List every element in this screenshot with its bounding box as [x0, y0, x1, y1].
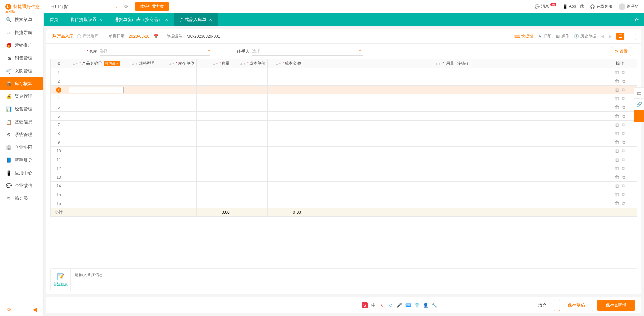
- sidebar-collapse-icon[interactable]: ◀: [33, 306, 37, 313]
- copy-row-icon[interactable]: ⧉: [622, 157, 625, 162]
- app-download-link[interactable]: 📱 App下载: [562, 4, 584, 9]
- close-icon[interactable]: ✕: [165, 18, 168, 22]
- handler-select[interactable]: 选择... ⋯: [252, 47, 363, 56]
- nav-next-icon[interactable]: ▶: [609, 34, 612, 39]
- ime-skin-icon[interactable]: 👕: [414, 302, 420, 308]
- delete-row-icon[interactable]: 🗑: [615, 79, 619, 84]
- delete-row-icon[interactable]: 🗑: [615, 166, 619, 171]
- delete-row-icon[interactable]: 🗑: [615, 201, 619, 206]
- sidebar-item-13[interactable]: 💬企业微信: [0, 179, 43, 192]
- ime-dot-icon[interactable]: •،: [379, 302, 385, 308]
- table-row[interactable]: 6🗑⧉: [51, 112, 637, 121]
- col-header-model[interactable]: ▲▼规格型号: [126, 59, 161, 68]
- col-header-price[interactable]: ▲▼*成本单价: [232, 59, 267, 68]
- col-header-available[interactable]: ▲▼可用量（包装）: [303, 59, 602, 68]
- ime-keyboard-icon[interactable]: ⌨: [405, 302, 411, 308]
- view-form-button[interactable]: ▭: [629, 33, 636, 40]
- right-tool-1[interactable]: ▤: [634, 87, 644, 99]
- table-row[interactable]: 7🗑⧉: [51, 121, 637, 129]
- table-row[interactable]: 9🗑⧉: [51, 138, 637, 147]
- sidebar-item-12[interactable]: 📱应用中心: [0, 167, 43, 179]
- logo[interactable]: b 畅捷通好生意: [5, 4, 44, 10]
- user-menu[interactable]: 徐泽华: [619, 3, 639, 10]
- table-row[interactable]: 4🗑⧉: [51, 94, 637, 103]
- sidebar-item-3[interactable]: 🛍销售管理: [0, 52, 43, 64]
- experience-button[interactable]: 体验行业方案: [135, 2, 169, 11]
- delete-row-icon[interactable]: 🗑: [615, 96, 619, 101]
- delete-row-icon[interactable]: 🗑: [615, 87, 619, 92]
- delete-row-icon[interactable]: 🗑: [615, 183, 619, 188]
- ime-user-icon[interactable]: 👤: [423, 302, 429, 308]
- save-draft-button[interactable]: 保存草稿: [559, 300, 593, 311]
- close-icon[interactable]: ✕: [209, 18, 212, 22]
- remark-input[interactable]: [75, 272, 633, 277]
- sidebar-item-8[interactable]: 📋基础信息: [0, 116, 43, 128]
- copy-row-icon[interactable]: ⧉: [622, 114, 625, 119]
- col-header-qty[interactable]: ▲▼*数量: [196, 59, 232, 68]
- tab-3[interactable]: 产成品入库单✕: [174, 13, 218, 26]
- category-select[interactable]: 日用百货 ⌄: [50, 4, 118, 10]
- col-header-unit[interactable]: ▲▼*库存单位: [161, 59, 196, 68]
- service-link[interactable]: 🎧 在线客服: [590, 4, 612, 9]
- sidebar-item-0[interactable]: 🔍搜索菜单: [0, 13, 43, 26]
- ime-smile-icon[interactable]: ☺: [388, 302, 394, 308]
- copy-row-icon[interactable]: ⧉: [622, 192, 625, 197]
- table-row[interactable]: 5🗑⧉: [51, 103, 637, 112]
- sidebar-item-6[interactable]: 💰资金管理: [0, 90, 43, 103]
- ime-lang[interactable]: 中: [370, 302, 376, 308]
- ime-tool-icon[interactable]: 🔧: [431, 302, 437, 308]
- table-row[interactable]: 2🗑⧉: [51, 77, 637, 86]
- delete-row-icon[interactable]: 🗑: [615, 122, 619, 127]
- calendar-icon[interactable]: 📅: [153, 34, 158, 39]
- remark-tab[interactable]: 📝 备注信息: [51, 269, 71, 291]
- view-list-button[interactable]: ☰: [616, 33, 624, 40]
- copy-row-icon[interactable]: ⧉: [622, 175, 625, 180]
- add-row-icon[interactable]: +: [56, 87, 61, 93]
- copy-row-icon[interactable]: ⧉: [622, 122, 625, 127]
- messages-link[interactable]: 💬 消息 70: [535, 4, 556, 9]
- table-row[interactable]: 14🗑⧉: [51, 182, 637, 190]
- copy-row-icon[interactable]: ⧉: [622, 148, 625, 153]
- warehouse-select[interactable]: 选择... ⋯: [100, 47, 210, 56]
- table-row[interactable]: 1🗑⧉: [51, 68, 637, 77]
- sidebar-item-14[interactable]: ♔畅会员: [0, 192, 43, 205]
- sidebar-item-9[interactable]: ⚙系统管理: [0, 128, 43, 141]
- delete-row-icon[interactable]: 🗑: [615, 105, 619, 110]
- tab-0[interactable]: 首页: [44, 13, 64, 26]
- sidebar-item-5[interactable]: 📦库存核算: [0, 77, 43, 90]
- scan-badge[interactable]: 扫码录入: [104, 61, 120, 66]
- delete-row-icon[interactable]: 🗑: [615, 70, 619, 75]
- sidebar-item-10[interactable]: 🏢企业协同: [0, 141, 43, 154]
- delete-row-icon[interactable]: 🗑: [615, 140, 619, 145]
- col-header-name[interactable]: ▲▼*产品名称ⓘ 扫码录入: [67, 59, 126, 68]
- operate-link[interactable]: ▦操作: [556, 33, 569, 39]
- radio-product-out[interactable]: 产品退库: [77, 33, 99, 39]
- table-row[interactable]: +🗑⧉: [51, 86, 637, 94]
- copy-row-icon[interactable]: ⧉: [622, 96, 625, 101]
- minimize-tab-icon[interactable]: —: [621, 16, 629, 24]
- date-value[interactable]: 2023-03-20: [129, 34, 149, 39]
- discard-button[interactable]: 放弃: [530, 300, 555, 311]
- gear-icon[interactable]: ⚙: [124, 3, 128, 10]
- print-link[interactable]: 🖨打印: [538, 33, 551, 39]
- settings-button[interactable]: ⚙ 设置: [611, 47, 631, 56]
- delete-row-icon[interactable]: 🗑: [615, 148, 619, 153]
- copy-row-icon[interactable]: ⧉: [622, 131, 625, 136]
- sidebar-item-11[interactable]: 📘新手引导: [0, 154, 43, 167]
- sidebar-item-4[interactable]: 🛒采购管理: [0, 64, 43, 77]
- col-header-config[interactable]: ⚙: [51, 59, 67, 68]
- refresh-tab-icon[interactable]: ⟳: [633, 16, 641, 24]
- right-tool-expand[interactable]: ⛶: [634, 110, 644, 122]
- sidebar-item-7[interactable]: 📊经营管理: [0, 103, 43, 116]
- table-row[interactable]: 10🗑⧉: [51, 147, 637, 155]
- table-row[interactable]: 11🗑⧉: [51, 155, 637, 164]
- copy-row-icon[interactable]: ⧉: [622, 140, 625, 145]
- right-tool-2[interactable]: 🔗: [634, 99, 644, 110]
- sidebar-item-2[interactable]: 🎁营销推广: [0, 39, 43, 52]
- delete-row-icon[interactable]: 🗑: [615, 131, 619, 136]
- table-row[interactable]: 8🗑⧉: [51, 129, 637, 138]
- save-new-button[interactable]: 保存&新增: [597, 300, 635, 311]
- tab-1[interactable]: 售价提取设置✕: [64, 13, 108, 26]
- table-row[interactable]: 15🗑⧉: [51, 190, 637, 199]
- copy-row-icon[interactable]: ⧉: [622, 87, 625, 92]
